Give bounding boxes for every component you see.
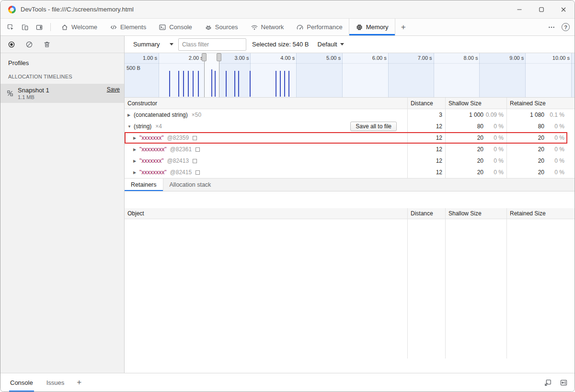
column-header-object[interactable]: Object [127,210,144,217]
clear-profiles-button[interactable] [24,40,34,49]
tab-label: Memory [366,23,389,31]
timeline-handles [125,53,575,97]
disclosure-triangle-icon[interactable]: ▶ [133,170,139,175]
snapshot-size: 1.1 MB [18,94,49,100]
tabbar-right-controls: ? [544,19,575,35]
retained-size-percent: 0 % [544,146,564,153]
chevron-down-icon [170,43,173,45]
selection-handle-left[interactable] [202,53,207,61]
disclosure-triangle-icon[interactable]: ▶ [133,136,139,140]
column-header-distance[interactable]: Distance [411,100,433,107]
tab-label: Performance [307,23,342,31]
heap-row-string-instance[interactable]: ▶ "xxxxxxx" @82413 12 200 % 200 % [125,155,575,167]
help-icon[interactable]: ? [562,23,570,31]
constructor-name: (concatenated string) [134,112,188,118]
snapshot-item[interactable]: Snapshot 1 1.1 MB Save [0,84,124,103]
shallow-size-value: 20 [477,146,483,153]
drawer-tab-console[interactable]: Console [3,373,40,392]
add-panel-button[interactable]: + [395,19,412,35]
reveal-object-icon[interactable] [193,159,197,163]
heap-row-string-instance[interactable]: ▶ "xxxxxxx" @82359 12 200 % 200 % [125,132,575,144]
memory-toolbar: Summary Selected size: 540 B Default [125,36,575,53]
retainers-table-body [125,219,575,373]
inspect-element-button[interactable] [3,19,18,35]
constructor-name: (string) [134,123,151,130]
heap-snapshot-icon [6,90,14,97]
tab-elements[interactable]: Elements [104,19,152,35]
chevron-down-icon [340,43,344,45]
retainers-table-header: Object Distance Shallow Size Retained Si… [125,208,575,219]
profiles-toolbar [0,36,124,53]
allocation-timelines-heading: ALLOCATION TIMELINES [8,74,124,79]
tab-sources[interactable]: Sources [198,19,244,35]
perspective-select[interactable]: Summary [129,38,177,51]
column-header-shallow-size[interactable]: Shallow Size [448,210,482,217]
reveal-object-icon[interactable] [193,136,197,140]
tab-welcome[interactable]: Welcome [55,19,104,35]
undock-drawer-icon[interactable] [544,379,552,387]
column-header-distance[interactable]: Distance [411,210,433,217]
reveal-object-icon[interactable] [196,170,200,175]
retained-size-value: 80 [538,123,544,130]
shallow-size-value: 80 [477,123,483,130]
record-allocation-button[interactable] [7,40,16,49]
add-drawer-tab-button[interactable]: + [71,373,87,392]
allocation-timeline[interactable]: 1.00 s2.00 s3.00 s4.00 s5.00 s6.00 s7.00… [125,53,575,98]
tab-retainers[interactable]: Retainers [125,179,163,191]
delete-profile-icon[interactable] [42,40,52,49]
disclosure-triangle-icon[interactable]: ▼ [127,124,134,129]
home-icon [61,23,69,31]
maximize-button[interactable] [530,0,552,18]
heap-row-string[interactable]: ▼ (string) ×4 Save all to file 12 800 % … [125,121,575,132]
profiles-heading: Profiles [8,59,124,67]
object-id: @82361 [170,146,192,153]
string-value: "xxxxxxx" [139,157,164,164]
distance-value: 3 [439,112,442,118]
disclosure-triangle-icon[interactable]: ▶ [127,113,134,117]
heap-row-string-instance[interactable]: ▶ "xxxxxxxx" @82361 12 200 % 200 % [125,144,575,155]
instance-count: ×50 [192,112,201,118]
class-filter-input[interactable] [178,38,246,51]
heap-row-concatenated-string[interactable]: ▶ (concatenated string) ×50 3 1 0000.09 … [125,109,575,121]
retained-size-value: 20 [538,134,544,141]
tab-performance[interactable]: Performance [290,19,348,35]
selection-handle-right[interactable] [217,53,221,61]
disclosure-triangle-icon[interactable]: ▶ [133,147,139,152]
shallow-size-value: 20 [477,169,483,176]
drawer-tab-issues[interactable]: Issues [40,373,71,392]
save-all-to-file-button[interactable]: Save all to file [350,122,397,131]
shallow-size-percent: 0 % [483,146,504,153]
retained-size-value: 20 [538,157,544,164]
tab-network[interactable]: Network [244,19,290,35]
reveal-object-icon[interactable] [196,147,200,152]
disclosure-triangle-icon[interactable]: ▶ [133,159,139,163]
column-header-retained-size[interactable]: Retained Size [510,210,546,217]
wifi-icon [251,23,258,31]
save-snapshot-link[interactable]: Save [107,86,120,93]
retained-size-percent: 0 % [544,169,564,176]
column-header-shallow-size[interactable]: Shallow Size [448,100,482,107]
panel-tabbar: Welcome Elements Console Sources Network [0,19,575,36]
perspective-value: Summary [133,41,160,48]
more-options-icon[interactable] [544,23,559,31]
memory-chip-icon [356,23,363,31]
heap-row-string-instance[interactable]: ▶ "xxxxxxxx" @82415 12 200 % 200 % [125,167,575,178]
title-bar: DevTools - file:///C:/screens/memory.htm… [0,0,575,19]
column-header-retained-size[interactable]: Retained Size [510,100,546,107]
devtools-logo-icon [8,6,16,13]
column-header-constructor[interactable]: Constructor [127,100,157,107]
tab-console[interactable]: Console [152,19,198,35]
heap-table-header: Constructor Distance Shallow Size Retain… [125,98,575,109]
collapse-drawer-icon[interactable] [560,379,568,387]
dock-side-button[interactable] [32,19,46,35]
object-id: @82413 [167,157,189,164]
close-button[interactable] [552,0,575,18]
filter-scope-select[interactable]: Default [314,38,348,51]
minimize-button[interactable] [508,0,530,18]
shallow-size-percent: 0 % [483,123,504,130]
tab-memory[interactable]: Memory [349,19,395,35]
tab-allocation-stack[interactable]: Allocation stack [163,179,218,191]
memory-panel: Summary Selected size: 540 B Default 1.0… [125,36,575,373]
shallow-size-value: 20 [477,134,483,141]
device-toolbar-button[interactable] [18,19,32,35]
